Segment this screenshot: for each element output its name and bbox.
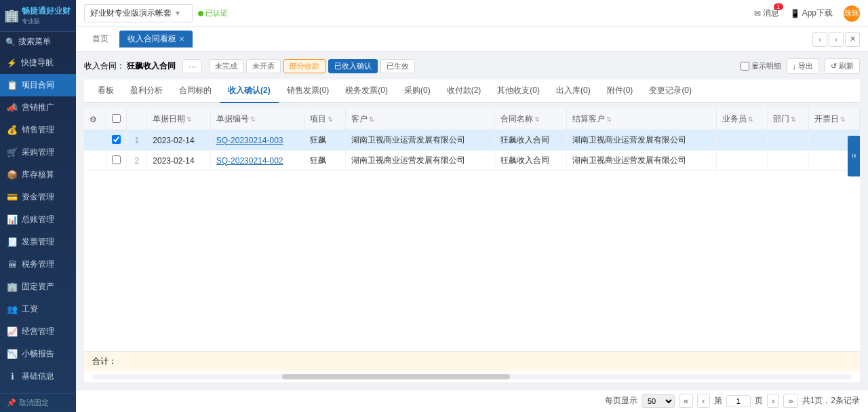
sort-order_no-icon[interactable]: ⇅ bbox=[250, 116, 256, 123]
th-settle_customer[interactable]: 结算客户⇅ bbox=[567, 109, 717, 130]
sidebar-item-invoice[interactable]: 🧾 发票管理 bbox=[0, 231, 76, 253]
sub-tab-sales-invoice[interactable]: 销售发票(0) bbox=[279, 79, 338, 103]
status-uninvoiced-button[interactable]: 未开票 bbox=[246, 59, 281, 73]
sidebar-item-tax[interactable]: 🏛 税务管理 bbox=[0, 253, 76, 276]
message-badge: 1 bbox=[774, 3, 783, 10]
show-detail-checkbox[interactable] bbox=[741, 62, 749, 71]
per-page-select[interactable]: 50 100 200 bbox=[642, 394, 675, 408]
settings-icon[interactable]: ⚙ bbox=[90, 115, 97, 124]
sort-salesperson-icon[interactable]: ⇅ bbox=[748, 116, 753, 123]
row-order-no[interactable]: SQ-20230214-003 bbox=[216, 136, 283, 145]
th-contract_name[interactable]: 合同名称⇅ bbox=[495, 109, 567, 130]
user-avatar[interactable]: 珠珠 bbox=[844, 5, 860, 22]
sidebar-item-fixed-assets[interactable]: 🏢 固定资产 bbox=[0, 276, 76, 298]
table-row[interactable]: 12023-02-14SQ-20230214-003狂飙湖南卫视商业运营发展有限… bbox=[84, 130, 860, 151]
sidebar-item-project-contract[interactable]: 📋 项目合同 bbox=[0, 74, 76, 96]
message-button[interactable]: ✉ 1 消息 bbox=[754, 7, 779, 19]
pagination: 每页显示 50 100 200 « ‹ 第 页 › » 共1页，2条记录 bbox=[76, 389, 868, 412]
operations-label: 经营管理 bbox=[22, 326, 54, 337]
right-float-button[interactable]: ≡ bbox=[848, 136, 860, 176]
th-open_date[interactable]: 开票日⇅ bbox=[808, 109, 859, 130]
sub-tab-warehouse[interactable]: 出入库(0) bbox=[548, 79, 599, 103]
sidebar-bottom[interactable]: 📌 取消固定 bbox=[0, 393, 76, 412]
row-checkbox[interactable] bbox=[112, 155, 121, 164]
per-page-label: 每页显示 bbox=[605, 395, 637, 407]
sub-tab-standard[interactable]: 合同标的 bbox=[171, 79, 220, 103]
th-project[interactable]: 项目⇅ bbox=[304, 109, 345, 130]
status-incomplete-button[interactable]: 未完成 bbox=[209, 59, 243, 73]
sub-tab-payment[interactable]: 收付款(2) bbox=[439, 79, 490, 103]
sidebar-item-purchase[interactable]: 🛒 采购管理 bbox=[0, 141, 76, 164]
tab-home[interactable]: 首页 bbox=[84, 31, 117, 48]
sidebar-item-inventory[interactable]: 📦 库存核算 bbox=[0, 164, 76, 186]
sort-dept-icon[interactable]: ⇅ bbox=[791, 116, 796, 123]
row-settle-customer: 湖南卫视商业运营发展有限公司 bbox=[572, 155, 686, 165]
tab-income-contract[interactable]: 收入合同看板 ✕ bbox=[119, 31, 193, 48]
sort-settle_customer-icon[interactable]: ⇅ bbox=[606, 116, 612, 123]
mini-report-label: 小畅报告 bbox=[22, 348, 54, 360]
more-button[interactable]: ··· bbox=[182, 59, 202, 73]
last-page-button[interactable]: » bbox=[783, 394, 797, 408]
sales-icon: 💰 bbox=[7, 125, 18, 136]
tab-close-icon[interactable]: ✕ bbox=[179, 35, 184, 43]
sidebar-item-marketing[interactable]: 📣 营销推广 bbox=[0, 96, 76, 119]
th-salesperson[interactable]: 业务员⇅ bbox=[716, 109, 767, 130]
row-project: 狂飙 bbox=[310, 135, 326, 145]
sidebar-item-general[interactable]: 📊 总账管理 bbox=[0, 208, 76, 231]
sort-date-icon[interactable]: ⇅ bbox=[186, 116, 192, 123]
table-row[interactable]: 22023-02-14SQ-20230214-002狂飙湖南卫视商业运营发展有限… bbox=[84, 151, 860, 171]
certified-badge: 已认证 bbox=[198, 8, 228, 18]
sub-tab-purchase[interactable]: 采购(0) bbox=[396, 79, 439, 103]
sidebar-item-labor[interactable]: 👥 工资 bbox=[0, 298, 76, 320]
page-label: 第 bbox=[714, 395, 722, 407]
page-input[interactable] bbox=[726, 395, 751, 407]
nav-next-button[interactable]: › bbox=[829, 32, 844, 47]
sort-open_date-icon[interactable]: ⇅ bbox=[840, 116, 846, 123]
company-select[interactable]: 好业财专业版演示帐套 ▼ bbox=[84, 4, 193, 22]
export-button[interactable]: ↓ 导出 bbox=[787, 58, 820, 74]
col-project-label: 项目 bbox=[310, 113, 326, 125]
col-dept-label: 部门 bbox=[773, 113, 789, 125]
sidebar-item-basic-info[interactable]: ℹ 基础信息 bbox=[0, 365, 76, 388]
sidebar-item-operations[interactable]: 📈 经营管理 bbox=[0, 320, 76, 343]
sub-tab-kanban[interactable]: 看板 bbox=[90, 79, 122, 103]
sidebar-search[interactable]: 🔍 搜索菜单 bbox=[0, 32, 76, 52]
sort-project-icon[interactable]: ⇅ bbox=[328, 116, 333, 123]
status-partial-button[interactable]: 部分收款 bbox=[283, 59, 326, 73]
sidebar-quick-nav[interactable]: ⚡ 快捷导航 bbox=[0, 52, 76, 74]
sort-customer-icon[interactable]: ⇅ bbox=[369, 116, 374, 123]
th-customer[interactable]: 客户⇅ bbox=[345, 109, 495, 130]
next-page-button[interactable]: › bbox=[767, 394, 779, 408]
row-order-no[interactable]: SQ-20230214-002 bbox=[216, 156, 283, 166]
nav-close-button[interactable]: ✕ bbox=[845, 32, 860, 47]
sidebar-item-mini-report[interactable]: 📉 小畅报告 bbox=[0, 343, 76, 365]
col-salesperson-label: 业务员 bbox=[722, 113, 747, 125]
th-date[interactable]: 单据日期⇅ bbox=[147, 109, 210, 130]
row-customer: 湖南卫视商业运营发展有限公司 bbox=[351, 155, 465, 165]
first-page-button[interactable]: « bbox=[679, 394, 693, 408]
status-effective-button[interactable]: 已生效 bbox=[380, 59, 415, 73]
sub-tab-attachment[interactable]: 附件(0) bbox=[599, 79, 642, 103]
sidebar-item-fund[interactable]: 💳 资金管理 bbox=[0, 186, 76, 208]
sub-tab-income-confirm[interactable]: 收入确认(2) bbox=[220, 79, 279, 103]
nav-prev-button[interactable]: ‹ bbox=[812, 32, 827, 47]
general-icon: 📊 bbox=[7, 214, 18, 225]
table-scroll[interactable]: ⚙单据日期⇅单据编号⇅项目⇅客户⇅合同名称⇅结算客户⇅业务员⇅部门⇅开票日⇅ 1… bbox=[84, 109, 860, 351]
th-dept[interactable]: 部门⇅ bbox=[768, 109, 809, 130]
sort-contract_name-icon[interactable]: ⇅ bbox=[534, 116, 540, 123]
app-download-button[interactable]: 📱 App下载 bbox=[790, 7, 833, 19]
sidebar-item-sales[interactable]: 💰 销售管理 bbox=[0, 119, 76, 141]
sub-tab-change-log[interactable]: 变更记录(0) bbox=[641, 79, 700, 103]
user-name: 珠珠 bbox=[844, 8, 859, 18]
show-detail-check[interactable]: 显示明细 bbox=[741, 61, 781, 71]
sub-tab-tax-invoice[interactable]: 税务发票(0) bbox=[337, 79, 396, 103]
refresh-button[interactable]: ↺ 刷新 bbox=[825, 58, 860, 74]
select-all-checkbox[interactable] bbox=[112, 114, 121, 123]
prev-page-button[interactable]: ‹ bbox=[697, 394, 709, 408]
sub-tab-other-income[interactable]: 其他收支(0) bbox=[489, 79, 548, 103]
th-order_no[interactable]: 单据编号⇅ bbox=[210, 109, 304, 130]
sub-tab-profit[interactable]: 盈利分析 bbox=[122, 79, 171, 103]
row-checkbox[interactable] bbox=[112, 135, 121, 144]
pin-icon: 📌 bbox=[7, 398, 16, 407]
status-confirmed-button[interactable]: 已收入确认 bbox=[328, 59, 378, 73]
